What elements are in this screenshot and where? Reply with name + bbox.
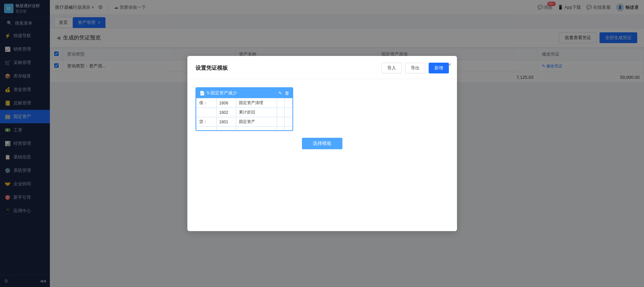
template-row-3: 贷： 1601 固定资产 — [196, 117, 292, 127]
template-card-header: 📄 5-固定资产减少 ✎ 🗑 — [196, 88, 293, 98]
template-desc-2: 累计折旧 — [236, 108, 277, 117]
template-debit-2 — [277, 108, 284, 117]
template-debit-1 — [277, 98, 284, 108]
template-edit-icon[interactable]: ✎ — [278, 91, 282, 96]
template-table: 借： 1606 固定资产清理 1602 累计折旧 — [196, 98, 293, 130]
template-header-icons: ✎ 🗑 — [278, 91, 289, 96]
template-row-2: 1602 累计折旧 — [196, 108, 292, 117]
template-side-4 — [196, 127, 216, 130]
template-doc-icon: 📄 — [200, 91, 205, 96]
modal-header: 设置凭证模板 导入 导出 新增 — [187, 56, 457, 79]
template-desc-4 — [236, 127, 277, 130]
export-button[interactable]: 导出 — [405, 63, 425, 73]
template-side-2 — [196, 108, 216, 117]
template-desc-3: 固定资产 — [236, 117, 277, 127]
template-code-3: 1601 — [216, 117, 236, 127]
modal-header-actions: 导入 导出 新增 — [381, 63, 449, 73]
template-header-left: 📄 5-固定资产减少 — [200, 90, 237, 96]
new-button[interactable]: 新增 — [429, 63, 449, 73]
template-credit-4 — [284, 127, 292, 130]
template-code-2: 1602 — [216, 108, 236, 117]
template-delete-icon[interactable]: 🗑 — [285, 91, 289, 96]
modal-dialog: × 设置凭证模板 导入 导出 新增 📄 5-固定资产减少 ✎ — [187, 56, 457, 231]
template-row-4 — [196, 127, 292, 130]
template-code-1: 1606 — [216, 98, 236, 108]
template-name: 5-固定资产减少 — [207, 90, 237, 96]
template-debit-3 — [277, 117, 284, 127]
modal-close-button[interactable]: × — [448, 61, 452, 68]
modal-body: 📄 5-固定资产减少 ✎ 🗑 借： 1606 固定资产清理 — [187, 79, 457, 157]
import-button[interactable]: 导入 — [381, 63, 402, 73]
template-side-3: 贷： — [196, 117, 216, 127]
template-desc-1: 固定资产清理 — [236, 98, 277, 108]
template-credit-1 — [284, 98, 292, 108]
template-row-1: 借： 1606 固定资产清理 — [196, 98, 292, 108]
template-credit-3 — [284, 117, 292, 127]
modal-overlay[interactable]: × 设置凭证模板 导入 导出 新增 📄 5-固定资产减少 ✎ — [0, 0, 644, 287]
template-code-4 — [216, 127, 236, 130]
template-card: 📄 5-固定资产减少 ✎ 🗑 借： 1606 固定资产清理 — [195, 87, 293, 131]
select-template-button[interactable]: 选择模板 — [302, 138, 342, 149]
template-credit-2 — [284, 108, 292, 117]
template-side-1: 借： — [196, 98, 216, 108]
template-debit-4 — [277, 127, 284, 130]
modal-title: 设置凭证模板 — [195, 65, 228, 72]
